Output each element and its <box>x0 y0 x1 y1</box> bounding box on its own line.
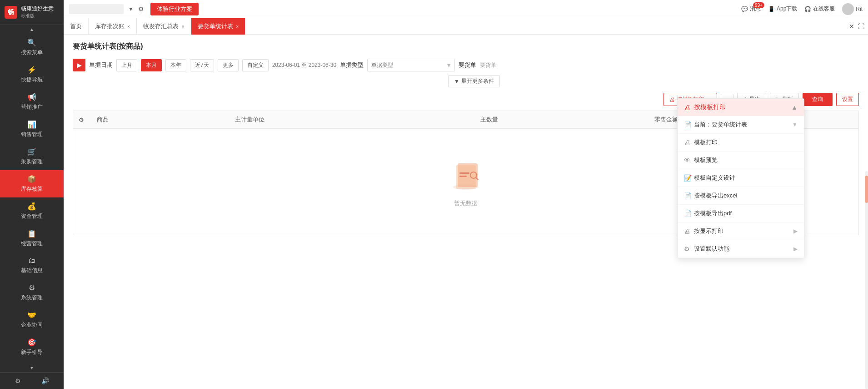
sidebar-item-basic[interactable]: 🗂 基础信息 <box>0 252 64 279</box>
type-dropdown-icon[interactable]: ▼ <box>443 62 454 69</box>
tab-home[interactable]: 首页 <box>64 18 89 35</box>
sidebar-item-operation[interactable]: 📋 经营管理 <box>0 225 64 252</box>
sidebar-item-search[interactable]: 🔍 搜索菜单 <box>0 34 64 61</box>
empty-text: 暂无数据 <box>454 199 478 207</box>
tab-inventory-batch-label: 库存批次账 <box>95 22 125 30</box>
order-type-text: 要货单 <box>480 61 496 69</box>
tab-inventory-batch-close[interactable]: × <box>127 24 130 29</box>
current-template-arrow: ▼ <box>792 121 798 128</box>
dropdown-header-left: 🖨 按模板打印 <box>684 103 726 111</box>
window-close-btn[interactable]: ✕ <box>849 23 854 30</box>
display-print-arrow: ▶ <box>793 228 798 234</box>
purchase-icon: 🛒 <box>27 147 36 156</box>
sidebar-item-marketing[interactable]: 📢 营销推广 <box>0 88 64 116</box>
inventory-icon: 📦 <box>27 175 36 183</box>
date-current-month-btn[interactable]: 本月 <box>141 59 162 71</box>
current-template-label: 当前：要货单统计表 <box>694 121 747 129</box>
sidebar-scroll-up[interactable]: ▲ <box>0 25 64 34</box>
col-settings: ⚙ <box>73 111 91 129</box>
tab-order-stats-label: 要货单统计表 <box>198 22 233 30</box>
dropdown-template-print[interactable]: 🖨 模板打印 <box>678 134 804 152</box>
query-btn[interactable]: 查询 <box>803 93 833 106</box>
guide-icon: 🎯 <box>27 338 36 347</box>
expand-label: 展开更多条件 <box>461 77 494 85</box>
sales-icon: 📊 <box>27 120 36 129</box>
dropdown-template-preview[interactable]: 👁 模板预览 <box>678 152 804 169</box>
sidebar-logo: 畅 畅康通好生意 标准版 <box>0 0 64 25</box>
sidebar-item-finance[interactable]: 💰 资金管理 <box>0 197 64 225</box>
tab-home-label: 首页 <box>70 22 82 30</box>
search-input[interactable] <box>69 4 124 14</box>
sidebar-item-inventory[interactable]: 📦 库存核算 <box>0 170 64 197</box>
col-product: 商品 <box>91 111 229 129</box>
scrollbar[interactable] <box>865 171 868 389</box>
dropdown-export-pdf[interactable]: 📄 按模板导出pdf <box>678 205 804 222</box>
tab-inventory-batch[interactable]: 库存批次账 × <box>89 18 137 35</box>
date-custom-btn[interactable]: 自定义 <box>242 59 269 71</box>
filter-expand-btn[interactable]: ▶ <box>73 59 85 71</box>
date-filter-label: 单据日期 <box>89 61 113 69</box>
type-filter-select-wrap[interactable]: ▼ <box>367 59 455 71</box>
type-filter-input[interactable] <box>368 59 443 71</box>
search-dropdown-btn[interactable]: ▼ <box>128 6 134 12</box>
messages-badge: 99+ <box>753 2 764 8</box>
tab-order-stats[interactable]: 要货单统计表 × <box>191 18 245 35</box>
dropdown-template-design[interactable]: 📝 模板自定义设计 <box>678 169 804 187</box>
date-prev-month-btn[interactable]: 上月 <box>116 59 137 71</box>
sidebar-item-system[interactable]: ⚙ 系统管理 <box>0 279 64 306</box>
dropdown-export-excel[interactable]: 📄 按模板导出excel <box>678 187 804 205</box>
filter-row-1: 单据日期 上月 本月 本年 近7天 更多 自定义 2023-06-01 至 20… <box>89 59 859 71</box>
tab-receipt-summary[interactable]: 收发存汇总表 × <box>137 18 191 35</box>
operation-icon: 📋 <box>27 229 36 238</box>
sidebar-item-label: 销售管理 <box>21 131 43 138</box>
col-unit: 主计量单位 <box>229 111 475 129</box>
sidebar-item-sales[interactable]: 📊 销售管理 <box>0 116 64 143</box>
default-func-arrow: ▶ <box>793 246 798 252</box>
export-excel-label: 按模板导出excel <box>694 192 737 200</box>
dropdown-default-func[interactable]: ⚙ 设置默认功能 ▶ <box>678 240 804 258</box>
window-maximize-btn[interactable]: ⛶ <box>858 23 864 30</box>
filter-row-2: ▼ 展开更多条件 <box>89 75 859 87</box>
tabbar: 首页 库存批次账 × 收发存汇总表 × 要货单统计表 × ✕ ⛶ <box>64 18 868 35</box>
messages-btn[interactable]: 💬 消息 99+ <box>741 5 761 13</box>
template-preview-icon: 👁 <box>684 157 690 164</box>
sidebar-item-purchase[interactable]: 🛒 采购管理 <box>0 143 64 170</box>
sidebar-item-cooperation[interactable]: 🤝 企业协同 <box>0 306 64 333</box>
footer-settings-btn[interactable]: ⚙ <box>15 377 21 384</box>
sidebar-scroll-down[interactable]: ▼ <box>0 364 64 372</box>
export-pdf-label: 按模板导出pdf <box>694 209 732 217</box>
date-more-btn[interactable]: 更多 <box>218 59 239 71</box>
sidebar-item-label: 快捷导航 <box>21 76 43 84</box>
sidebar-item-label: 采购管理 <box>21 158 43 166</box>
date-last7days-btn[interactable]: 近7天 <box>190 59 214 71</box>
topbar-settings-btn[interactable]: ⚙ <box>138 5 144 13</box>
dropdown-current-item[interactable]: 📄 当前：要货单统计表 ▼ <box>678 116 804 134</box>
sidebar-item-guide[interactable]: 🎯 新手引导 <box>0 333 64 361</box>
window-controls: ✕ ⛶ <box>849 23 868 30</box>
sidebar-item-label: 系统管理 <box>21 294 43 302</box>
settings-btn[interactable]: 设置 <box>836 93 859 106</box>
dropdown-collapse-btn[interactable]: ▲ <box>791 104 798 111</box>
tab-receipt-summary-close[interactable]: × <box>181 24 184 29</box>
scrollbar-thumb[interactable] <box>865 176 868 203</box>
app-download-btn[interactable]: 📱 App下载 <box>768 5 797 13</box>
page-content: 要货单统计表(按商品) ▶ 单据日期 上月 本月 本年 近7天 更多 自定义 2… <box>64 35 868 389</box>
expand-more-btn[interactable]: ▼ 展开更多条件 <box>448 75 500 87</box>
trial-btn[interactable]: 体验行业方案 <box>150 3 199 15</box>
service-icon: 🎧 <box>804 6 811 12</box>
display-print-icon: 🖨 <box>684 227 690 235</box>
topbar: ▼ ⚙ 体验行业方案 💬 消息 99+ 📱 App下载 🎧 在线客服 Rit <box>64 0 868 18</box>
dropdown-title: 按模板打印 <box>694 103 726 111</box>
tab-order-stats-close[interactable]: × <box>236 24 239 29</box>
dropdown-display-print[interactable]: 🖨 按显示打印 ▶ <box>678 222 804 240</box>
finance-icon: 💰 <box>27 202 36 211</box>
sidebar-item-label: 资金管理 <box>21 212 43 220</box>
logo-subtitle: 标准版 <box>21 13 54 19</box>
date-current-year-btn[interactable]: 本年 <box>165 59 186 71</box>
template-design-icon: 📝 <box>684 174 692 182</box>
footer-volume-btn[interactable]: 🔊 <box>41 377 49 384</box>
user-avatar-area[interactable]: Rit <box>842 3 863 15</box>
sidebar-item-quick-nav[interactable]: ⚡ 快捷导航 <box>0 61 64 88</box>
customer-service-btn[interactable]: 🎧 在线客服 <box>804 5 835 13</box>
sidebar-item-label: 搜索菜单 <box>21 49 43 56</box>
